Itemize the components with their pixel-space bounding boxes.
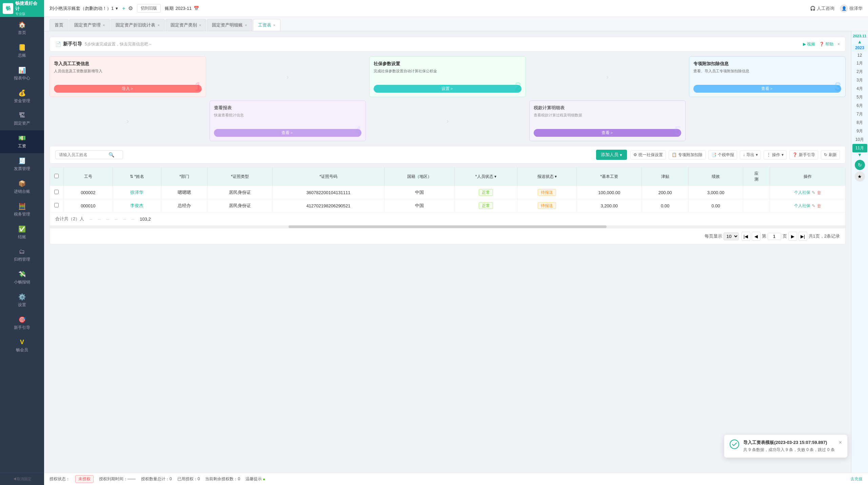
- operate-button[interactable]: ⋮ 操作 ▾: [764, 150, 787, 160]
- per-page-select[interactable]: 10 20 50: [724, 232, 739, 240]
- sync-icon[interactable]: ↻: [855, 160, 865, 170]
- tab-label: 固定资产类别: [171, 22, 197, 28]
- delete-icon[interactable]: 🗑: [817, 190, 821, 195]
- sidebar-item-ledger[interactable]: 📒 总账: [0, 40, 44, 62]
- step-1-button[interactable]: 导入＞: [54, 85, 202, 93]
- newbie-guide-button[interactable]: ❓ 新手引导: [789, 150, 818, 160]
- page-number-input[interactable]: [768, 233, 781, 240]
- sidebar-item-settings[interactable]: ⚙️ 设置: [0, 289, 44, 312]
- close-intro-button[interactable]: ×: [837, 42, 840, 46]
- step-2-button[interactable]: 设置＞: [374, 85, 521, 93]
- last-page-button[interactable]: ▶|: [798, 232, 807, 241]
- tab-fixed-assets[interactable]: 固定资产管理 ×: [69, 19, 110, 31]
- sidebar-item-expense[interactable]: 💸 小畅报销: [0, 266, 44, 289]
- edit-icon[interactable]: ✎: [812, 190, 815, 195]
- switch-version-button[interactable]: 切到旧版: [137, 4, 161, 13]
- sidebar-item-funds[interactable]: 💰 资金管理: [0, 85, 44, 108]
- charge-link[interactable]: 去充值: [850, 476, 863, 482]
- delete-icon[interactable]: 🗑: [817, 203, 821, 208]
- calendar-month-3[interactable]: 3月: [852, 76, 867, 85]
- calendar-month-10[interactable]: 10月: [852, 135, 867, 144]
- prev-page-button[interactable]: ◀: [752, 232, 761, 241]
- account-selector[interactable]: 刘小艳演示账套（勿删勿动！）1 ▾: [50, 5, 118, 12]
- employee-name-link[interactable]: 李俊杰: [130, 203, 143, 208]
- next-page-button[interactable]: ▶: [788, 232, 797, 241]
- export-button[interactable]: ↓ 导出 ▾: [740, 150, 761, 160]
- help-link[interactable]: ❓ 帮助: [819, 41, 833, 47]
- favorite-icon[interactable]: ★: [855, 171, 865, 182]
- step-5-button[interactable]: 查看＞: [534, 129, 682, 137]
- sidebar-item-guide[interactable]: 🎯 新手引导: [0, 312, 44, 335]
- calendar-up-arrow[interactable]: ▲: [857, 39, 862, 44]
- scrollbar-thumb[interactable]: [289, 225, 607, 228]
- search-input[interactable]: [59, 152, 106, 157]
- calendar-month-6[interactable]: 6月: [852, 101, 867, 110]
- add-account-icon[interactable]: +: [122, 5, 125, 12]
- video-link[interactable]: ▶ 视频: [803, 41, 815, 47]
- tax-report-button[interactable]: 📑 个税申报: [708, 150, 737, 160]
- sidebar-item-home[interactable]: 🏠 首页: [0, 17, 44, 40]
- calendar-month-year[interactable]: 2023: [852, 44, 867, 52]
- sidebar-item-fixed-assets[interactable]: 🏗 固定资产: [0, 108, 44, 130]
- first-page-button[interactable]: |◀: [742, 232, 750, 241]
- row-checkbox-cell[interactable]: [50, 199, 63, 212]
- step-3-button[interactable]: 查看＞: [693, 85, 841, 93]
- step-4-button[interactable]: 查看＞: [214, 129, 362, 137]
- tab-home[interactable]: 首页: [50, 19, 68, 31]
- tab-detail[interactable]: 固定资产明细账 ×: [207, 19, 252, 31]
- step-title: 专项附加扣除信息: [693, 61, 841, 67]
- sidebar-item-tax[interactable]: 🧮 税务管理: [0, 199, 44, 221]
- sidebar-item-label: 设置: [18, 302, 26, 308]
- sidebar-item-invoices[interactable]: 🧾 发票管理: [0, 153, 44, 176]
- close-tab-icon[interactable]: ×: [245, 23, 247, 27]
- tab-salary[interactable]: 工资表 ×: [253, 19, 280, 31]
- social-insurance-link[interactable]: 个人社保: [794, 203, 810, 209]
- calendar-down-arrow[interactable]: ▼: [857, 152, 862, 157]
- sidebar-item-archive[interactable]: 🗂 归档管理: [0, 244, 44, 266]
- social-insurance-button[interactable]: ⚙ 统一社保设置: [630, 150, 666, 160]
- close-tab-icon[interactable]: ×: [199, 23, 201, 27]
- tab-category[interactable]: 固定资产类别 ×: [165, 19, 206, 31]
- ai-consultant[interactable]: 🎧 人工咨询: [810, 5, 834, 12]
- calendar-month-8[interactable]: 8月: [852, 118, 867, 127]
- close-tab-icon[interactable]: ×: [273, 23, 275, 27]
- calendar-month-4[interactable]: 4月: [852, 85, 867, 93]
- calendar-month-1[interactable]: 1月: [852, 59, 867, 68]
- horizontal-scrollbar[interactable]: [50, 225, 845, 228]
- social-insurance-link[interactable]: 个人社保: [794, 190, 810, 195]
- total-count-label: 合计共（2）人: [55, 216, 84, 222]
- toast-close-button[interactable]: ×: [839, 440, 842, 446]
- employee-name-link[interactable]: 徐泽华: [130, 190, 143, 195]
- calendar-month-12[interactable]: 12: [852, 52, 867, 59]
- close-tab-icon[interactable]: ×: [157, 23, 159, 27]
- special-deduction-button[interactable]: 📋 专项附加扣除: [669, 150, 706, 160]
- edit-icon[interactable]: ✎: [812, 203, 815, 208]
- select-all-cell[interactable]: [50, 167, 63, 186]
- remaining-auth-label: 当前剩余授权数：0: [205, 476, 240, 482]
- row-checkbox-cell[interactable]: [50, 186, 63, 199]
- tab-depreciation[interactable]: 固定资产折旧统计表 ×: [111, 19, 164, 31]
- sidebar-item-reports[interactable]: 📊 报表中心: [0, 62, 44, 85]
- calendar-month-9[interactable]: 9月: [852, 127, 867, 135]
- period-selector[interactable]: 账期 2023-11 📅: [165, 5, 199, 12]
- row-checkbox[interactable]: [54, 203, 59, 207]
- select-all-checkbox[interactable]: [54, 174, 59, 178]
- close-tab-icon[interactable]: ×: [103, 23, 105, 27]
- refresh-button[interactable]: ↻ 刷新: [821, 150, 840, 160]
- settings-gear-icon[interactable]: ⚙: [128, 5, 133, 12]
- calendar-month-7[interactable]: 7月: [852, 110, 867, 118]
- sidebar-item-payroll[interactable]: 💵 工资: [0, 130, 44, 153]
- sidebar-item-label: 归档管理: [14, 257, 30, 262]
- add-person-button[interactable]: 添加人员 ▾: [596, 150, 627, 160]
- row-checkbox[interactable]: [54, 190, 59, 194]
- calendar-month-5[interactable]: 5月: [852, 93, 867, 101]
- calendar-month-2[interactable]: 2月: [852, 68, 867, 76]
- sidebar-cancel-pin[interactable]: ◀取消固定: [0, 473, 44, 485]
- sidebar-item-close[interactable]: ✅ 结账: [0, 221, 44, 244]
- sidebar-item-inventory[interactable]: 📦 进销台账: [0, 176, 44, 199]
- calendar-icon: 📅: [194, 6, 199, 11]
- search-icon[interactable]: 🔍: [108, 152, 114, 157]
- sidebar-item-member[interactable]: V 畅会员: [0, 335, 44, 357]
- calendar-month-11[interactable]: 11月: [852, 144, 867, 152]
- user-menu[interactable]: 👤 徐泽华: [840, 4, 863, 13]
